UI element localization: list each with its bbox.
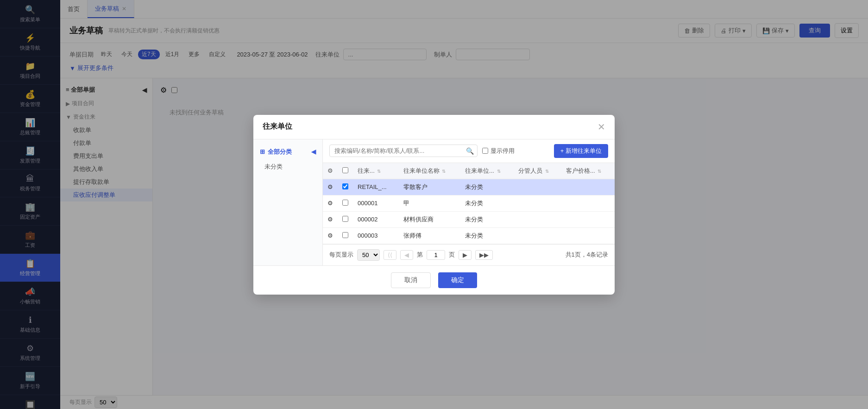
dialog-toolbar: 🔍 显示停用 + 新增往来单位 xyxy=(323,139,615,163)
row-check[interactable] xyxy=(338,179,353,195)
row-manager xyxy=(514,179,561,195)
row-category: 未分类 xyxy=(460,227,514,244)
row-settings[interactable]: ⚙ xyxy=(323,211,338,227)
row-price xyxy=(561,211,615,227)
total-records: 共1页，4条记录 xyxy=(566,251,608,259)
category-sort-icon[interactable]: ⇅ xyxy=(497,169,501,174)
dialog-right-panel: 🔍 显示停用 + 新增往来单位 ⚙ xyxy=(323,139,615,265)
show-disabled-label: 显示停用 xyxy=(491,147,515,155)
row-checkbox[interactable] xyxy=(342,216,348,222)
row-category: 未分类 xyxy=(460,211,514,227)
next-page-button[interactable]: ▶ xyxy=(459,250,472,260)
row-code: 000001 xyxy=(353,195,399,211)
dialog-overlay: 往来单位 ✕ ⊞ 全部分类 ◀ 未分类 xyxy=(0,0,868,409)
row-settings[interactable]: ⚙ xyxy=(323,227,338,244)
page-label: 第 xyxy=(417,251,423,259)
row-settings[interactable]: ⚙ xyxy=(323,179,338,195)
dialog-left-panel: ⊞ 全部分类 ◀ 未分类 xyxy=(253,139,323,265)
row-check[interactable] xyxy=(338,227,353,244)
dialog-header: 往来单位 ✕ xyxy=(253,115,615,139)
row-checkbox[interactable] xyxy=(342,232,348,238)
row-name: 张师傅 xyxy=(399,227,460,244)
row-price xyxy=(561,179,615,195)
first-page-button[interactable]: ⟨⟨ xyxy=(384,250,396,260)
col-code-label: 往来... xyxy=(358,167,375,174)
page-input[interactable] xyxy=(427,250,445,260)
row-code: RETAIL_... xyxy=(353,179,399,195)
row-check[interactable] xyxy=(338,195,353,211)
row-checkbox[interactable] xyxy=(342,183,348,189)
category-all-label: 全部分类 xyxy=(268,148,292,156)
dialog-search-input[interactable] xyxy=(329,145,478,157)
last-page-button[interactable]: ▶▶ xyxy=(475,250,493,260)
cancel-label: 取消 xyxy=(404,276,417,283)
row-price xyxy=(561,195,615,211)
add-partner-label: + 新增往来单位 xyxy=(560,147,602,154)
row-name: 甲 xyxy=(399,195,460,211)
prev-page-button[interactable]: ◀ xyxy=(400,250,413,260)
close-icon: ✕ xyxy=(598,122,605,132)
add-partner-button[interactable]: + 新增往来单位 xyxy=(554,144,608,158)
dialog-pagination: 每页显示 50 ⟨⟨ ◀ 第 页 ▶ ▶▶ 共1页，4条记录 xyxy=(323,244,615,265)
row-manager xyxy=(514,211,561,227)
partner-table: ⚙ 往来... ⇅ 往来单位名称 ⇅ xyxy=(323,163,615,244)
per-page-label: 每页显示 xyxy=(329,251,353,259)
dialog-table: ⚙ 往来... ⇅ 往来单位名称 ⇅ xyxy=(323,163,615,244)
confirm-label: 确定 xyxy=(451,276,464,283)
price-sort-icon[interactable]: ⇅ xyxy=(598,169,601,174)
dialog-all-category[interactable]: ⊞ 全部分类 ◀ xyxy=(253,144,322,160)
cancel-button[interactable]: 取消 xyxy=(391,272,431,288)
per-page-select[interactable]: 50 xyxy=(357,249,380,261)
dialog: 往来单位 ✕ ⊞ 全部分类 ◀ 未分类 xyxy=(253,115,615,295)
col-category-label: 往来单位... xyxy=(465,167,494,174)
col-check[interactable] xyxy=(338,163,353,179)
col-manager-label: 分管人员 xyxy=(518,167,542,174)
name-sort-icon[interactable]: ⇅ xyxy=(442,169,446,174)
col-price: 客户价格... ⇅ xyxy=(561,163,615,179)
table-row[interactable]: ⚙ RETAIL_... 零散客户 未分类 xyxy=(323,179,615,195)
code-sort-icon[interactable]: ⇅ xyxy=(377,169,381,174)
col-manager: 分管人员 ⇅ xyxy=(514,163,561,179)
dialog-body: ⊞ 全部分类 ◀ 未分类 🔍 显示停用 xyxy=(253,139,615,265)
manager-sort-icon[interactable]: ⇅ xyxy=(545,169,549,174)
dialog-close-button[interactable]: ✕ xyxy=(598,121,605,132)
table-select-all[interactable] xyxy=(342,167,348,173)
col-name-label: 往来单位名称 xyxy=(403,167,440,174)
table-row[interactable]: ⚙ 000002 材料供应商 未分类 xyxy=(323,211,615,227)
row-name: 零散客户 xyxy=(399,179,460,195)
row-code: 000002 xyxy=(353,211,399,227)
dialog-search: 🔍 xyxy=(329,145,478,157)
row-manager xyxy=(514,195,561,211)
unclassified-label: 未分类 xyxy=(264,163,283,170)
dialog-search-icon: 🔍 xyxy=(466,147,474,155)
col-settings[interactable]: ⚙ xyxy=(323,163,338,179)
confirm-button[interactable]: 确定 xyxy=(438,272,477,288)
page-suffix: 页 xyxy=(449,251,455,259)
show-disabled-toggle[interactable]: 显示停用 xyxy=(482,147,515,155)
category-collapse-icon[interactable]: ◀ xyxy=(311,148,316,155)
category-grid-icon: ⊞ xyxy=(260,148,265,155)
col-name: 往来单位名称 ⇅ xyxy=(399,163,460,179)
show-disabled-checkbox[interactable] xyxy=(482,148,488,154)
row-check[interactable] xyxy=(338,211,353,227)
row-manager xyxy=(514,227,561,244)
row-settings[interactable]: ⚙ xyxy=(323,195,338,211)
dialog-title: 往来单位 xyxy=(263,122,292,132)
row-code: 000003 xyxy=(353,227,399,244)
row-category: 未分类 xyxy=(460,195,514,211)
row-checkbox[interactable] xyxy=(342,200,348,206)
dialog-category-unclassified[interactable]: 未分类 xyxy=(253,160,322,174)
table-row[interactable]: ⚙ 000003 张师傅 未分类 xyxy=(323,227,615,244)
row-category: 未分类 xyxy=(460,179,514,195)
col-price-label: 客户价格... xyxy=(566,167,595,174)
row-price xyxy=(561,227,615,244)
col-code: 往来... ⇅ xyxy=(353,163,399,179)
table-row[interactable]: ⚙ 000001 甲 未分类 xyxy=(323,195,615,211)
col-category: 往来单位... ⇅ xyxy=(460,163,514,179)
row-name: 材料供应商 xyxy=(399,211,460,227)
dialog-actions: 取消 确定 xyxy=(253,265,615,295)
